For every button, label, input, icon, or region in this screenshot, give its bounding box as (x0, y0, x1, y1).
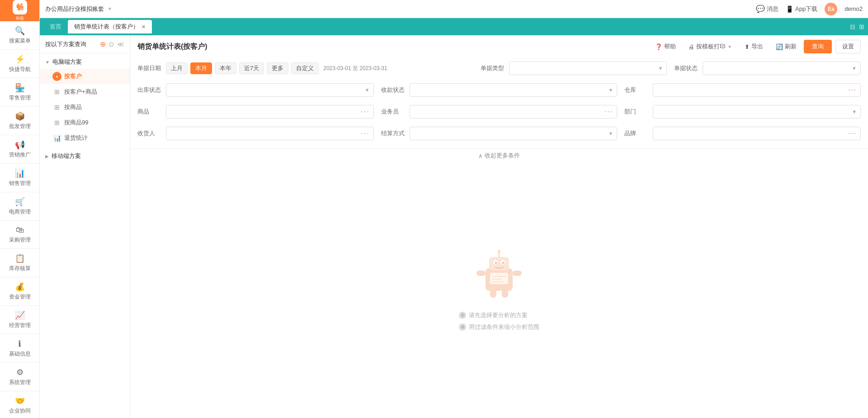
app-download-icon: 📱 (786, 5, 793, 13)
date-btn-this-month[interactable]: 本月 (190, 62, 212, 74)
page-actions: ❓ 帮助 🖨 按模板打印 ▼ ⬆ 导出 🔄 (651, 41, 800, 52)
desktop-group-label: 电脑端方案 (52, 58, 82, 66)
svg-rect-9 (513, 271, 522, 276)
user-initial: Ea (828, 6, 835, 12)
user-avatar[interactable]: Ea (825, 3, 837, 15)
goods-dots-icon: ··· (361, 108, 369, 116)
sidebar-label-9: 资金管理 (9, 293, 31, 301)
receiver-control[interactable]: ··· (166, 127, 374, 140)
tab-maximize-icon[interactable]: ⊞ (859, 23, 864, 30)
tab-bar: 首页 销货单统计表（按客户） ✕ ⊟ ⊞ (40, 18, 868, 35)
sidebar-item-6[interactable]: 🛒 电商管理 (0, 192, 40, 221)
tree-item-goods[interactable]: ⊞ 按商品 (40, 100, 130, 115)
desktop-group: ▼ 电脑端方案 ● 按客户 ⊞ 按客户+商品 ⊞ 按商品 ⊞ 按商品99 (40, 53, 130, 147)
tab-close-icon[interactable]: ✕ (142, 24, 146, 30)
brand-filter-item: 品牌 ··· (624, 127, 861, 140)
mobile-arrow-icon: ▶ (45, 154, 49, 159)
sidebar-item-4[interactable]: 📢 营销推广 (0, 135, 40, 164)
brand-control[interactable]: ··· (653, 127, 861, 140)
mobile-group-title[interactable]: ▶ 移动端方案 (40, 149, 130, 163)
sidebar-item-12[interactable]: ⚙ 系统管理 (0, 363, 40, 391)
collapse-bar[interactable]: ∧ 收起更多条件 (130, 148, 868, 162)
sidebar-icon-1: ⚡ (15, 54, 25, 64)
left-panel-title: 按以下方案查询 (45, 40, 86, 48)
goods-icon: ⊞ (52, 103, 61, 112)
empty-state: ① 请先选择要分析的方案 ② 用过滤条件来缩小分析范围 (130, 162, 868, 418)
tab-bar-right: ⊟ ⊞ (850, 23, 864, 30)
sidebar-icon-3: 📦 (15, 111, 25, 121)
customer-label: 按客户 (64, 72, 82, 81)
print-btn[interactable]: 🖨 按模板打印 ▼ (685, 41, 736, 52)
tab-minimize-icon[interactable]: ⊟ (850, 23, 855, 30)
receiver-filter-item: 收货人 ··· (137, 127, 374, 140)
add-scheme-icon[interactable]: ⊕ (100, 40, 106, 48)
help-btn[interactable]: ❓ 帮助 (651, 41, 679, 52)
empty-tips: ① 请先选择要分析的方案 ② 用过滤条件来缩小分析范围 (459, 309, 539, 333)
sidebar-item-0[interactable]: 🔍 搜索菜单 (0, 21, 40, 50)
top-nav: 办公用品行业模拟账套 ▼ 💬 消息 📱 App下载 Ea demo2 (40, 0, 868, 18)
collapse-panel-icon[interactable]: ≪ (117, 40, 124, 48)
page-header-row: 销货单统计表(按客户) ❓ 帮助 🖨 按模板打印 ▼ ⬆ (130, 35, 868, 58)
goods-label: 商品 (137, 108, 162, 116)
query-button[interactable]: 查询 (804, 40, 832, 53)
sidebar-item-7[interactable]: 🛍 采购管理 (0, 221, 40, 249)
export-btn[interactable]: ⬆ 导出 (741, 41, 767, 52)
date-btn-more[interactable]: 更多 (267, 62, 288, 74)
desktop-group-title[interactable]: ▼ 电脑端方案 (40, 55, 130, 69)
refresh-btn[interactable]: 🔄 刷新 (772, 41, 800, 52)
tree-item-customer-goods[interactable]: ⊞ 按客户+商品 (40, 84, 130, 100)
top-nav-title: 办公用品行业模拟账套 (45, 5, 104, 13)
message-icon: 💬 (756, 5, 765, 13)
ship-status-control[interactable]: ▼ (166, 83, 374, 97)
salesperson-filter-item: 业务员 ··· (381, 105, 618, 119)
sidebar-item-13[interactable]: 🤝 企业协同 (0, 391, 40, 418)
sidebar-item-1[interactable]: ⚡ 快捷导航 (0, 50, 40, 78)
mobile-group-label: 移动端方案 (52, 152, 81, 160)
main-area: 办公用品行业模拟账套 ▼ 💬 消息 📱 App下载 Ea demo2 首页 销货… (40, 0, 868, 418)
tree-item-goods99[interactable]: ⊞ 按商品99 (40, 115, 130, 130)
date-btn-7days[interactable]: 近7天 (239, 62, 264, 74)
tree-item-customer[interactable]: ● 按客户 (40, 69, 130, 84)
sidebar-item-9[interactable]: 💰 资金管理 (0, 277, 40, 306)
receive-status-filter-item: 收款状态 ▼ (381, 83, 618, 97)
top-nav-left: 办公用品行业模拟账套 ▼ (45, 5, 112, 13)
dept-control[interactable]: ▼ (653, 105, 861, 119)
svg-point-4 (495, 261, 497, 264)
doc-status-control[interactable]: ▼ (703, 62, 861, 75)
date-btn-this-year[interactable]: 本年 (215, 62, 236, 74)
sidebar-label-6: 电商管理 (9, 208, 31, 216)
date-filter: 上月 本月 本年 近7天 更多 (166, 62, 473, 74)
setting-button[interactable]: 设置 (835, 40, 861, 53)
doc-type-control[interactable]: ▼ (509, 62, 667, 75)
message-btn[interactable]: 💬 消息 (756, 5, 778, 13)
sidebar-item-11[interactable]: ℹ 基础信息 (0, 334, 40, 363)
sidebar-icon-12: ⚙ (16, 367, 24, 377)
tab-home[interactable]: 首页 (43, 20, 68, 33)
salesperson-control[interactable]: ··· (410, 105, 618, 119)
print-arrow-icon: ▼ (727, 44, 732, 49)
warehouse-control[interactable]: ··· (653, 83, 861, 97)
sidebar-item-8[interactable]: 📋 库存核算 (0, 249, 40, 277)
sidebar-icon-11: ℹ (18, 339, 21, 349)
sidebar-item-2[interactable]: 🏪 零售管理 (0, 78, 40, 107)
tree-item-return[interactable]: 📊 退货统计 (40, 130, 130, 146)
help-label: 帮助 (664, 43, 676, 51)
tab-report[interactable]: 销货单统计表（按客户） ✕ (68, 20, 152, 33)
sidebar-item-5[interactable]: 📊 销售管理 (0, 164, 40, 192)
receive-status-control[interactable]: ▼ (410, 83, 618, 97)
refresh-icon: 🔄 (776, 43, 783, 50)
date-range-display: 2023-03-01 至 2023-03-31 (323, 65, 387, 72)
goods-control[interactable]: ··· (166, 105, 374, 119)
svg-point-7 (497, 250, 501, 253)
tip-item-2: ② 用过滤条件来缩小分析范围 (459, 321, 539, 333)
sidebar-item-10[interactable]: 📈 经营管理 (0, 306, 40, 334)
sidebar-item-3[interactable]: 📦 批发管理 (0, 107, 40, 135)
date-btn-custom[interactable]: 自定义 (291, 62, 319, 74)
filter-row-1: 单据日期 上月 本月 本年 近7天 (130, 58, 868, 79)
app-download-btn[interactable]: 📱 App下载 (786, 5, 817, 13)
ship-status-arrow-icon: ▼ (365, 87, 370, 93)
date-btn-last-month[interactable]: 上月 (166, 62, 188, 74)
settle-control[interactable]: ▼ (410, 127, 618, 140)
edit-scheme-icon[interactable]: ⊙ (108, 40, 114, 48)
tip-text-1: 请先选择要分析的方案 (469, 309, 528, 321)
